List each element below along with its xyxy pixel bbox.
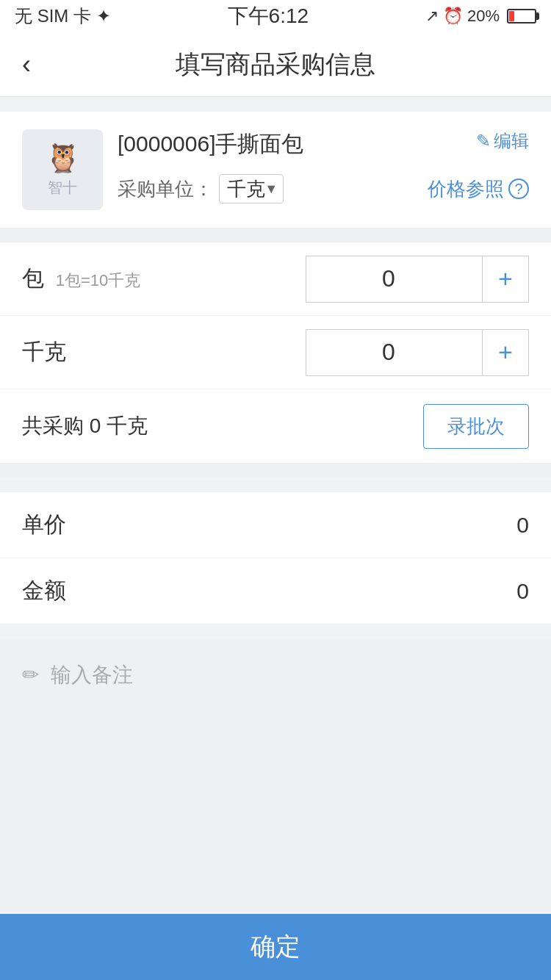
unit-price-value: 0 xyxy=(516,513,529,538)
brand-text: 智十 xyxy=(48,179,77,195)
amount-value: 0 xyxy=(516,579,529,604)
kg-input-right: + xyxy=(306,329,529,376)
status-bar: 无 SIM 卡 ✦ 下午6:12 ↗ ⏰ 20% xyxy=(0,0,551,32)
pencil-icon: ✏ xyxy=(22,663,39,687)
edit-button[interactable]: ✎ 编辑 xyxy=(476,129,529,153)
status-right: ↗ ⏰ 20% xyxy=(425,7,536,26)
price-reference-button[interactable]: 价格参照 ? xyxy=(428,176,529,202)
bag-input-right: + xyxy=(306,256,529,303)
bag-label: 包 xyxy=(22,266,44,290)
product-info: [0000006]手撕面包 ✎ 编辑 采购单位： 千克 包 价格参照 ? xyxy=(118,129,529,203)
bag-plus-button[interactable]: + xyxy=(482,256,529,303)
unit-label: 采购单位： xyxy=(118,176,213,202)
kg-plus-button[interactable]: + xyxy=(482,329,529,376)
status-time: 下午6:12 xyxy=(228,2,309,30)
status-left: 无 SIM 卡 ✦ xyxy=(15,4,111,28)
help-icon[interactable]: ? xyxy=(508,179,529,199)
unit-select[interactable]: 千克 包 xyxy=(219,174,284,203)
unit-price-label: 单价 xyxy=(22,510,66,540)
page-title: 填写商品采购信息 xyxy=(176,48,375,82)
unit-price-row: 单价 0 xyxy=(0,492,551,558)
price-section: 单价 0 金额 0 xyxy=(0,492,551,624)
sim-status: 无 SIM 卡 ✦ xyxy=(15,4,111,28)
unit-select-wrapper[interactable]: 千克 包 xyxy=(219,174,284,203)
edit-icon: ✎ xyxy=(476,131,491,151)
confirm-button[interactable]: 确定 xyxy=(0,914,551,980)
notes-section[interactable]: ✏ 输入备注 xyxy=(0,639,551,727)
total-label: 共采购 0 千克 xyxy=(22,412,148,440)
notes-placeholder: 输入备注 xyxy=(51,661,133,689)
product-name: [0000006]手撕面包 xyxy=(118,129,303,159)
section-divider-1 xyxy=(0,228,551,242)
back-button[interactable]: ‹ xyxy=(22,49,31,80)
price-ref-label: 价格参照 xyxy=(428,176,504,202)
location-icon: ↗ xyxy=(425,7,439,26)
amount-label: 金额 xyxy=(22,576,66,606)
kg-quantity-input[interactable] xyxy=(306,329,482,376)
section-divider-2 xyxy=(0,463,551,478)
record-batch-button[interactable]: 录批次 xyxy=(423,404,529,449)
unit-row-left: 采购单位： 千克 包 xyxy=(118,174,284,203)
brand-logo: 🦉 xyxy=(46,142,80,174)
product-image: 🦉 智十 xyxy=(22,129,103,210)
input-section: 包 1包=10千克 + 千克 + xyxy=(0,242,551,389)
bag-quantity-input[interactable] xyxy=(306,256,482,303)
amount-row: 金额 0 xyxy=(0,558,551,624)
total-row: 共采购 0 千克 录批次 xyxy=(0,389,551,463)
bag-hint: 1包=10千克 xyxy=(56,271,141,289)
battery-percent: 20% xyxy=(467,7,500,26)
alarm-icon: ⏰ xyxy=(443,7,463,26)
nav-bar: ‹ 填写商品采购信息 xyxy=(0,32,551,97)
bag-label-group: 包 1包=10千克 xyxy=(22,264,140,294)
kg-label: 千克 xyxy=(22,337,66,367)
bag-input-row: 包 1包=10千克 + xyxy=(0,242,551,316)
product-card: 🦉 智十 [0000006]手撕面包 ✎ 编辑 采购单位： 千克 包 xyxy=(0,112,551,228)
battery-icon xyxy=(507,9,536,24)
kg-input-row: 千克 + xyxy=(0,316,551,389)
